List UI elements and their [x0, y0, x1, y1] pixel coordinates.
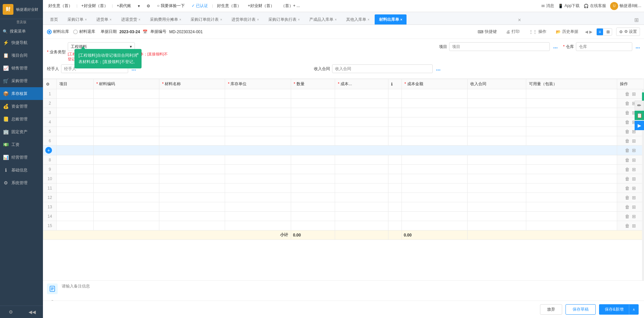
- row-15-cost-amount[interactable]: [401, 221, 467, 230]
- row-12-name[interactable]: [159, 193, 225, 202]
- topbar-certified[interactable]: ✓ 已认证: [189, 2, 211, 10]
- row-10-cost-amount[interactable]: [401, 174, 467, 183]
- copy-add-row-btn[interactable]: ⊞: [632, 148, 636, 153]
- copy-row-9-btn[interactable]: ⊞: [632, 167, 636, 172]
- add-row-col2[interactable]: [94, 146, 159, 155]
- tab-goods-stats[interactable]: 进货单统计表 ×: [227, 14, 263, 24]
- row-8-cost-price[interactable]: [335, 155, 388, 165]
- copy-row-11-btn[interactable]: ⊞: [632, 186, 636, 191]
- row-4-cost-amount[interactable]: [401, 117, 467, 127]
- row-11-income-contract[interactable]: [467, 183, 526, 193]
- sidebar-item-quick-nav[interactable]: ⚡ 快捷导航: [0, 36, 43, 49]
- row-14-project[interactable]: [57, 212, 94, 221]
- row-2-code[interactable]: [94, 99, 159, 108]
- row-1-name[interactable]: [159, 89, 225, 99]
- row-6-project[interactable]: [57, 136, 94, 146]
- topbar-message[interactable]: ✉ 消息: [541, 3, 554, 9]
- topbar-good-wealth2[interactable]: +好业财（首）: [245, 2, 277, 10]
- row-14-name[interactable]: [159, 212, 225, 221]
- row-13-income-contract[interactable]: [467, 202, 526, 212]
- row-13-name[interactable]: [159, 202, 225, 212]
- row-13-project[interactable]: [57, 202, 94, 212]
- tooltip-close-btn[interactable]: ×: [137, 51, 139, 57]
- next-doc-btn[interactable]: ▶: [589, 30, 592, 34]
- row-9-name[interactable]: [159, 165, 225, 174]
- sidebar-item-finance[interactable]: 💰 资金管理: [0, 100, 43, 113]
- sidebar-item-fixed-assets[interactable]: 🏢 固定资产: [0, 125, 43, 138]
- tab-purchase-expense-close[interactable]: ×: [179, 18, 181, 21]
- add-row-col1[interactable]: [57, 146, 94, 155]
- row-12-project[interactable]: [57, 193, 94, 202]
- tab-purchase-stats[interactable]: 采购订单统计表 ×: [186, 14, 226, 24]
- topbar-experience[interactable]: ○ 我要体验一下: [154, 2, 187, 10]
- tab-goods-stats-close[interactable]: ×: [257, 18, 259, 21]
- delete-row-4-btn[interactable]: 🗑: [625, 119, 630, 125]
- sidebar-item-system[interactable]: ⚙ 系统管理: [0, 176, 43, 189]
- row-4-code[interactable]: [94, 117, 159, 127]
- row-3-qty[interactable]: [291, 108, 335, 117]
- row-12-code[interactable]: [94, 193, 159, 202]
- row-4-name[interactable]: [159, 117, 225, 127]
- row-2-unit[interactable]: [225, 99, 291, 108]
- tab-goods-return[interactable]: 进退货货 ×: [117, 14, 145, 24]
- row-13-qty[interactable]: [291, 202, 335, 212]
- row-4-qty[interactable]: [291, 117, 335, 127]
- prev-doc-btn[interactable]: ◀: [585, 30, 588, 34]
- project-dots-btn[interactable]: ...: [553, 44, 557, 50]
- row-3-cost-amount[interactable]: [401, 108, 467, 117]
- row-9-income-contract[interactable]: [467, 165, 526, 174]
- sidebar-settings-btn[interactable]: ⚙: [0, 306, 21, 318]
- tab-purchase-expense[interactable]: 采购费用分摊单 ×: [146, 14, 186, 24]
- row-9-cost-price[interactable]: [335, 165, 388, 174]
- sidebar-item-sales[interactable]: 📈 销售管理: [0, 62, 43, 74]
- row-3-code[interactable]: [94, 108, 159, 117]
- income-contract-input[interactable]: [332, 64, 433, 73]
- row-3-cost-price[interactable]: [335, 108, 388, 117]
- copy-row-8-btn[interactable]: ⊞: [632, 157, 636, 163]
- row-6-cost-amount[interactable]: [401, 136, 467, 146]
- row-2-name[interactable]: [159, 99, 225, 108]
- row-10-name[interactable]: [159, 174, 225, 183]
- row-11-cost-price[interactable]: [335, 183, 388, 193]
- delete-row-10-btn[interactable]: 🗑: [625, 176, 630, 181]
- row-10-code[interactable]: [94, 174, 159, 183]
- row-2-income-contract[interactable]: [467, 99, 526, 108]
- topbar-settings-btn[interactable]: ⚙: [144, 2, 153, 10]
- row-3-project[interactable]: [57, 108, 94, 117]
- row-11-project[interactable]: [57, 183, 94, 193]
- sidebar-item-project-contract[interactable]: 📋 项目合同: [0, 49, 43, 62]
- sidebar-item-purchase[interactable]: 🛒 采购管理: [0, 74, 43, 87]
- delete-row-3-btn[interactable]: 🗑: [625, 110, 630, 115]
- save-new-btn[interactable]: 保存&新增: [599, 304, 629, 315]
- row-2-cost-price[interactable]: [335, 99, 388, 108]
- topbar-user[interactable]: U 畅捷通8账...: [610, 2, 641, 10]
- row-15-cost-price[interactable]: [335, 221, 388, 230]
- row-12-unit[interactable]: [225, 193, 291, 202]
- row-5-code[interactable]: [94, 127, 159, 136]
- delete-row-12-btn[interactable]: 🗑: [625, 195, 630, 200]
- row-14-qty[interactable]: [291, 212, 335, 221]
- tab-purchase-order-close[interactable]: ×: [85, 18, 87, 21]
- delete-row-8-btn[interactable]: 🗑: [625, 157, 630, 163]
- row-3-unit[interactable]: [225, 108, 291, 117]
- doc-date-value[interactable]: 2023-03-24: [119, 30, 140, 34]
- row-6-unit[interactable]: [225, 136, 291, 146]
- delete-row-11-btn[interactable]: 🗑: [625, 186, 630, 191]
- topbar-good-wealth[interactable]: +好业财（首）: [79, 2, 111, 10]
- sidebar-item-basic-info[interactable]: ℹ 基础信息: [0, 164, 43, 176]
- row-15-unit[interactable]: [225, 221, 291, 230]
- row-5-cost-price[interactable]: [335, 127, 388, 136]
- row-8-qty[interactable]: [291, 155, 335, 165]
- copy-row-1-btn[interactable]: ⊞: [632, 91, 636, 97]
- copy-row-10-btn[interactable]: ⊞: [632, 176, 636, 181]
- row-5-project[interactable]: [57, 127, 94, 136]
- row-4-cost-price[interactable]: [335, 117, 388, 127]
- row-9-project[interactable]: [57, 165, 94, 174]
- discard-btn[interactable]: 放弃: [540, 304, 562, 315]
- row-11-code[interactable]: [94, 183, 159, 193]
- row-15-income-contract[interactable]: [467, 221, 526, 230]
- row-8-cost-amount[interactable]: [401, 155, 467, 165]
- row-15-code[interactable]: [94, 221, 159, 230]
- copy-row-13-btn[interactable]: ⊞: [632, 204, 636, 210]
- row-10-unit[interactable]: [225, 174, 291, 183]
